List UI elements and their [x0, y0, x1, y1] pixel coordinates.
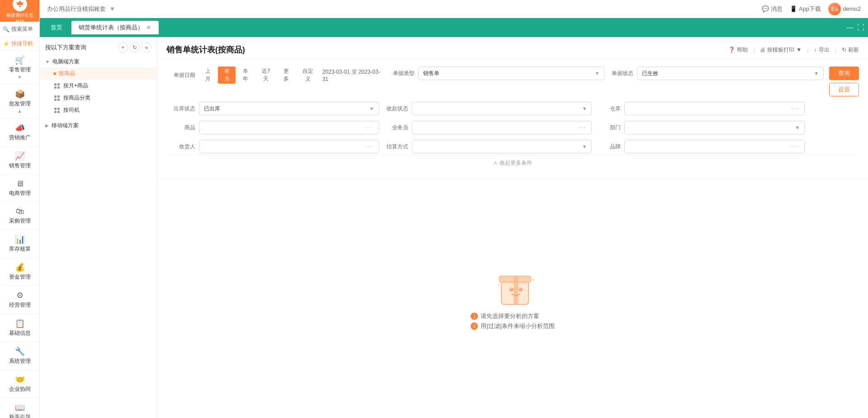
sidebar-item-purchase[interactable]: 🛍 采购管理 — [0, 202, 39, 230]
svg-text:✦: ✦ — [531, 277, 535, 283]
salesman-select[interactable]: ··· — [412, 121, 592, 134]
divider-2: | — [807, 47, 808, 53]
dept-select[interactable]: ▼ — [624, 121, 805, 134]
sidebar-item-retail[interactable]: 🛒 零售管理 ▼ — [0, 51, 39, 85]
brand-dots[interactable]: ··· — [791, 142, 800, 151]
wholesale-icon: 📦 — [15, 89, 25, 99]
maximize-icon[interactable]: ⛶ — [857, 24, 864, 32]
svg-rect-11 — [54, 111, 57, 113]
hint-num-1: 1 — [471, 313, 478, 320]
sidebar-search[interactable]: 🔍 搜索菜单 — [0, 22, 39, 37]
date-btn-this-month[interactable]: 本月 — [218, 66, 236, 84]
svg-rect-2 — [57, 83, 60, 86]
tree-item-by-driver[interactable]: 按司机 — [40, 104, 157, 116]
svg-rect-5 — [54, 95, 57, 98]
warehouse-dots[interactable]: ··· — [791, 104, 800, 113]
tree-expand-arrow: ▼ — [45, 59, 50, 64]
refresh-scheme-btn[interactable]: ↻ — [130, 43, 140, 52]
username: demo2 — [843, 5, 861, 12]
minimize-icon[interactable]: — — [846, 24, 854, 32]
export-icon: ↓ — [814, 47, 817, 53]
outstatus-arrow: ▼ — [369, 106, 374, 111]
tree-item-by-month-goods[interactable]: 按月+商品 — [40, 80, 157, 92]
help-btn[interactable]: ❓ 帮助 — [728, 46, 748, 54]
date-btn-7days[interactable]: 近7天 — [255, 66, 276, 84]
tree-item-by-goods-label: 按商品 — [59, 70, 75, 77]
topbar-right: 💬 消息 📱 App下载 Ea demo2 — [762, 3, 861, 15]
refresh-icon: ↻ — [132, 44, 137, 51]
tab-sales-report[interactable]: 销货单统计表（按商品） ✕ — [71, 21, 159, 34]
outstatus-value: 已出库 — [204, 105, 220, 113]
brand-select[interactable]: ··· — [624, 140, 805, 153]
sidebar-item-marketing[interactable]: 📣 营销推广 — [0, 119, 39, 147]
sidebar-item-guide[interactable]: 📖 新手引导 — [0, 398, 39, 418]
print-btn[interactable]: 🖨 按模板打印 ▼ — [760, 46, 802, 54]
help-icon: ❓ — [728, 47, 735, 53]
goods-dots[interactable]: ··· — [365, 124, 374, 132]
user-area[interactable]: Ea demo2 — [828, 3, 861, 15]
tree-group-mobile: ▶ 移动端方案 — [40, 120, 157, 135]
action-buttons: 查询 设置 — [824, 66, 859, 96]
tab-home[interactable]: 首页 — [43, 21, 70, 34]
page-actions: ❓ 帮助 | 🖨 按模板打印 ▼ | ↓ 导出 | — [728, 46, 859, 54]
app-download-btn[interactable]: 📱 App下载 — [790, 5, 821, 13]
date-btn-last-month[interactable]: 上月 — [199, 66, 217, 84]
empty-hint-1: 1 请先选择要分析的方案 — [471, 312, 539, 320]
tree-item-by-goods[interactable]: 按商品 — [40, 67, 157, 80]
payment-arrow: ▼ — [582, 144, 587, 149]
sidebar-item-label-ecommerce: 电商管理 — [9, 190, 31, 197]
query-button[interactable]: 查询 — [829, 66, 859, 80]
goods-select[interactable]: ··· — [199, 121, 379, 134]
topbar-dropdown-icon[interactable]: ▼ — [109, 5, 115, 12]
topbar-title: 办公用品行业模拟账套 — [47, 5, 106, 13]
sidebar-item-basic[interactable]: 📋 基础信息 — [0, 314, 39, 342]
refresh-btn[interactable]: ↻ 刷新 — [842, 46, 859, 54]
salesman-dots[interactable]: ··· — [578, 124, 587, 132]
sidebar-item-label-system: 系统管理 — [9, 357, 31, 365]
export-btn[interactable]: ↓ 导出 — [814, 46, 830, 54]
settings-button[interactable]: 设置 — [829, 83, 859, 96]
sidebar-item-system[interactable]: 🔧 系统管理 — [0, 342, 39, 370]
tab-sales-label: 销货单统计表（按商品） — [79, 24, 143, 32]
sidebar-item-operation[interactable]: ⚙ 经营管理 — [0, 286, 39, 314]
tab-close-icon[interactable]: ✕ — [146, 24, 151, 31]
message-btn[interactable]: 💬 消息 — [762, 5, 783, 13]
recvstatus-select[interactable]: ▼ — [412, 102, 592, 115]
add-scheme-btn[interactable]: + — [118, 43, 128, 52]
tree-item-by-category[interactable]: 按商品分类 — [40, 92, 157, 104]
receiver-dots[interactable]: ··· — [365, 142, 374, 151]
outstatus-select[interactable]: 已出库 ▼ — [199, 102, 379, 115]
date-btn-more[interactable]: 更多 — [278, 66, 296, 84]
retail-icon: 🛒 — [15, 55, 25, 65]
sidebar-item-wholesale[interactable]: 📦 批发管理 ▲ — [0, 85, 39, 119]
date-range-text: 2023-03-01 至 2023-03-31 — [322, 68, 386, 82]
doctype-select[interactable]: 销售单 ▼ — [418, 66, 605, 80]
tree-item-by-category-label: 按商品分类 — [63, 94, 90, 102]
payment-select[interactable]: ▼ — [412, 140, 592, 153]
collab-icon: 🤝 — [15, 375, 25, 385]
tree-group-pc-header[interactable]: ▼ 电脑端方案 — [40, 56, 157, 67]
date-btn-this-year[interactable]: 本年 — [236, 66, 255, 84]
sidebar-item-sales[interactable]: 📈 销售管理 — [0, 147, 39, 175]
docstatus-select[interactable]: 已生效 ▼ — [637, 66, 824, 80]
sidebar-item-inventory[interactable]: 📊 库存核算 — [0, 230, 39, 258]
date-btn-custom[interactable]: 自定义 — [296, 66, 320, 84]
svg-rect-1 — [54, 83, 57, 86]
nav-label: 快捷导航 — [11, 40, 33, 48]
sidebar-item-finance[interactable]: 💰 资金管理 — [0, 258, 39, 286]
refresh-page-icon: ↻ — [842, 47, 846, 53]
hint-num-2: 2 — [471, 323, 478, 330]
refresh-label: 刷新 — [848, 46, 859, 54]
purchase-icon: 🛍 — [16, 207, 24, 216]
nav-icon: ⚡ — [3, 41, 9, 47]
collapse-panel-btn[interactable]: « — [142, 43, 151, 52]
sidebar-quick-nav[interactable]: ⚡ 快捷导航 — [0, 37, 39, 51]
tree-group-mobile-header[interactable]: ▶ 移动端方案 — [40, 120, 157, 131]
date-btn-group: 上月 本月 本年 近7天 更多 自定义 2023-03-01 至 2023-03… — [199, 66, 386, 84]
warehouse-select[interactable]: ··· — [624, 102, 805, 115]
receiver-select[interactable]: ··· — [199, 140, 379, 153]
sidebar-item-label-guide: 新手引导 — [9, 413, 31, 418]
sidebar-item-collab[interactable]: 🤝 企业协同 — [0, 370, 39, 398]
collapse-bar[interactable]: ∧ 收起更多条件 — [166, 155, 859, 171]
sidebar-item-ecommerce[interactable]: 🖥 电商管理 — [0, 175, 39, 202]
